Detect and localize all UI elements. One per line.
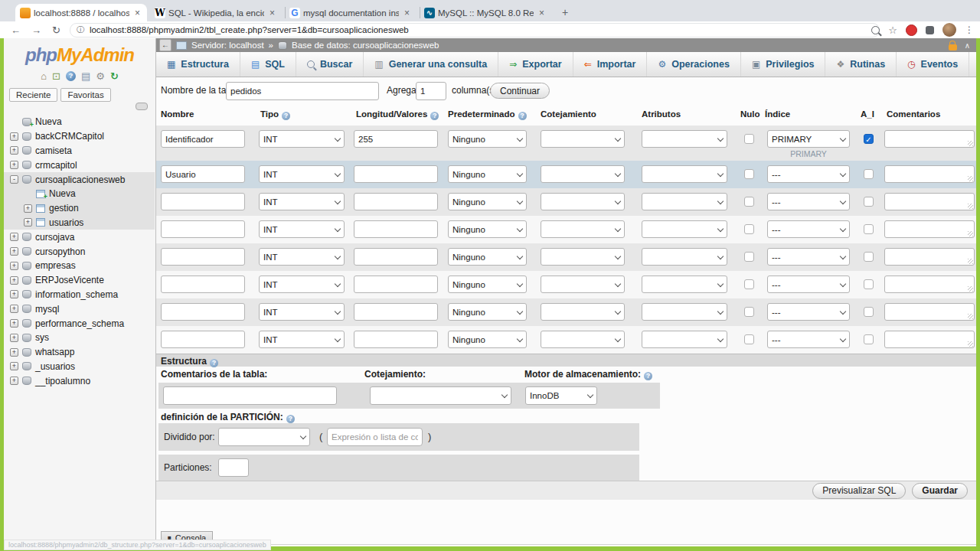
- tree-expand-toggle[interactable]: +: [10, 247, 18, 256]
- column-length-input[interactable]: [354, 165, 438, 183]
- column-attributes-select[interactable]: [642, 276, 727, 293]
- sidebar-tree-item[interactable]: + ERPJoseVicente: [4, 273, 155, 288]
- table-comments-input[interactable]: [163, 386, 337, 405]
- browser-menu-icon[interactable]: ⋮: [965, 24, 974, 35]
- tree-node-label[interactable]: gestion: [49, 203, 79, 214]
- tab-rutinas[interactable]: ❖Rutinas: [825, 52, 897, 77]
- column-name-input[interactable]: [161, 248, 245, 266]
- tree-node-label[interactable]: cursojava: [35, 232, 74, 243]
- scroll-top-icon[interactable]: ∧: [965, 41, 970, 50]
- tab-importar[interactable]: ⇐Importar: [573, 52, 648, 77]
- column-null-checkbox[interactable]: [744, 334, 754, 344]
- help-icon[interactable]: ?: [66, 71, 76, 81]
- sidebar-tree-item[interactable]: + __tipoalumno: [4, 373, 155, 388]
- column-comments-textarea[interactable]: [884, 303, 975, 321]
- column-type-select[interactable]: INT: [259, 165, 345, 183]
- help-icon[interactable]: [644, 372, 652, 380]
- partition-expression-input[interactable]: [327, 428, 423, 446]
- sidebar-tree-item[interactable]: + empresas: [4, 259, 155, 273]
- help-icon[interactable]: [430, 112, 439, 120]
- column-collation-select[interactable]: [541, 248, 625, 266]
- sidebar-tree-item[interactable]: Nueva: [4, 187, 155, 201]
- column-collation-select[interactable]: [541, 130, 625, 148]
- column-index-select[interactable]: PRIMARY: [767, 130, 850, 148]
- tree-node-label[interactable]: cursoaplicacionesweb: [35, 174, 125, 185]
- column-name-input[interactable]: [161, 130, 245, 148]
- partition-by-select[interactable]: [218, 428, 310, 446]
- column-default-select[interactable]: Ninguno: [448, 220, 527, 238]
- browser-tab-localhost[interactable]: localhost:8888 / localhost / cu ×: [15, 4, 147, 21]
- column-collation-select[interactable]: [541, 276, 625, 293]
- sidebar-tree-item[interactable]: + information_schema: [4, 288, 155, 302]
- column-autoincrement-checkbox[interactable]: [864, 307, 874, 317]
- column-comments-textarea[interactable]: [884, 248, 975, 266]
- tree-node-label[interactable]: __tipoalumno: [35, 376, 90, 386]
- tree-node-label[interactable]: ERPJoseVicente: [35, 275, 104, 285]
- column-default-select[interactable]: Ninguno: [448, 130, 527, 148]
- tree-expand-toggle[interactable]: -: [10, 175, 18, 184]
- column-comments-textarea[interactable]: [884, 165, 975, 183]
- column-name-input[interactable]: [161, 193, 245, 210]
- column-count-input[interactable]: [416, 82, 446, 100]
- save-button[interactable]: Guardar: [912, 483, 968, 499]
- column-default-select[interactable]: Ninguno: [448, 303, 527, 321]
- column-null-checkbox[interactable]: [744, 252, 754, 262]
- tab-close-icon[interactable]: ×: [402, 8, 412, 18]
- column-comments-textarea[interactable]: [884, 331, 975, 348]
- column-name-input[interactable]: [161, 276, 245, 293]
- column-comments-textarea[interactable]: [884, 220, 975, 238]
- tab-close-icon[interactable]: ×: [267, 8, 277, 18]
- tree-expand-toggle[interactable]: +: [10, 276, 18, 285]
- adblock-extension-icon[interactable]: [906, 24, 917, 36]
- bookmark-star-icon[interactable]: ☆: [888, 24, 897, 36]
- tree-expand-toggle[interactable]: +: [10, 348, 18, 357]
- tree-node-label[interactable]: sys: [35, 332, 49, 343]
- column-null-checkbox[interactable]: [744, 197, 754, 207]
- table-name-input[interactable]: [226, 82, 379, 100]
- back-icon[interactable]: ←: [11, 24, 21, 36]
- column-default-select[interactable]: Ninguno: [448, 276, 527, 293]
- table-collation-select[interactable]: [370, 386, 511, 405]
- column-length-input[interactable]: [354, 130, 438, 148]
- column-name-input[interactable]: [161, 303, 245, 321]
- column-type-select[interactable]: INT: [259, 303, 345, 321]
- column-attributes-select[interactable]: [642, 248, 727, 266]
- tree-node-label[interactable]: Nueva: [35, 116, 62, 127]
- address-bar[interactable]: ⓘ localhost:8888/phpmyadmin2/tbl_create.…: [70, 23, 880, 37]
- column-autoincrement-checkbox[interactable]: [864, 334, 874, 344]
- refresh-icon[interactable]: ↻: [110, 70, 119, 82]
- tree-expand-toggle[interactable]: +: [24, 204, 32, 213]
- column-name-input[interactable]: [161, 165, 245, 183]
- browser-tab-wikipedia[interactable]: W SQL - Wikipedia, la enciclope ×: [150, 4, 282, 21]
- breadcrumb-database-link[interactable]: Base de datos: cursoaplicacionesweb: [292, 41, 439, 50]
- column-collation-select[interactable]: [541, 331, 625, 348]
- tab-privilegios[interactable]: ▣Privilegios: [741, 52, 826, 77]
- column-index-select[interactable]: ---: [767, 303, 850, 321]
- column-attributes-select[interactable]: [642, 303, 727, 321]
- tab-reciente[interactable]: Reciente: [9, 88, 57, 102]
- zoom-icon[interactable]: [871, 26, 880, 34]
- sidebar-tree-item[interactable]: + backCRMCapitol: [4, 129, 155, 144]
- column-attributes-select[interactable]: [642, 220, 727, 238]
- tree-node-label[interactable]: mysql: [35, 304, 59, 315]
- partitions-count-input[interactable]: [218, 458, 249, 477]
- sidebar-tree-item[interactable]: Nueva: [4, 115, 155, 129]
- column-type-select[interactable]: INT: [259, 331, 345, 348]
- tree-node-label[interactable]: cursopython: [35, 246, 85, 257]
- browser-tab-google[interactable]: G mysql documentation insert - ×: [285, 4, 416, 21]
- column-default-select[interactable]: Ninguno: [448, 331, 527, 348]
- sidebar-tree-item[interactable]: + whatsapp: [4, 345, 155, 360]
- column-autoincrement-checkbox[interactable]: [864, 134, 874, 144]
- column-attributes-select[interactable]: [642, 130, 727, 148]
- tree-node-label[interactable]: information_schema: [35, 289, 118, 300]
- extensions-puzzle-icon[interactable]: [926, 26, 934, 34]
- column-index-select[interactable]: ---: [767, 248, 850, 266]
- column-attributes-select[interactable]: [642, 193, 727, 210]
- tab-buscar[interactable]: Buscar: [296, 52, 364, 77]
- page-info-icon[interactable]: ⓘ: [77, 24, 84, 35]
- tab-mas[interactable]: ▼Más: [969, 52, 976, 77]
- tab-close-icon[interactable]: ×: [537, 8, 547, 18]
- column-name-input[interactable]: [161, 331, 245, 348]
- column-length-input[interactable]: [354, 276, 438, 293]
- sidebar-tree-item[interactable]: + _usuarios: [4, 360, 155, 374]
